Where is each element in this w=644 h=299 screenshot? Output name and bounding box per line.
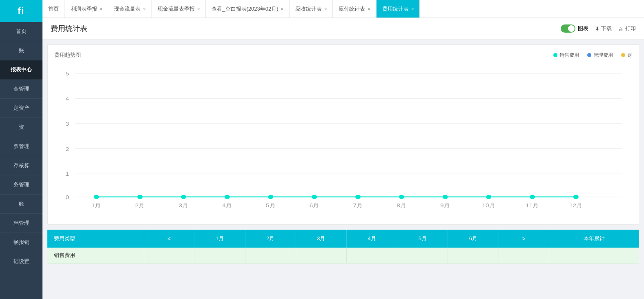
tabs-bar: 首页 利润表季报 × 现金流量表 × 现金流量表季报 × 查看_空白报表(202…: [42, 0, 644, 18]
row-val-2: [245, 248, 296, 264]
sidebar-item-archive[interactable]: 档管理: [0, 214, 42, 233]
sidebar-item-home[interactable]: 首页: [0, 22, 42, 41]
col-ytd: 本年累计: [549, 230, 639, 248]
row-val-ytd: [549, 248, 639, 264]
tab-cashflow-q-close[interactable]: ×: [197, 7, 200, 11]
sidebar-item-fund[interactable]: 金管理: [0, 80, 42, 99]
tab-payable-stat-close[interactable]: ×: [368, 7, 370, 11]
sidebar-item-payable[interactable]: 账: [0, 195, 42, 214]
tab-profit-close[interactable]: ×: [100, 7, 102, 11]
svg-text:2: 2: [65, 146, 69, 152]
svg-point-17: [312, 195, 317, 199]
content-area: 费用统计表 图表 ⬇ 下载 🖨 打印 费用趋势图: [42, 18, 644, 299]
prev-arrow-icon[interactable]: <: [165, 235, 173, 243]
row-val-3: [296, 248, 346, 264]
legend-finance-label: 财: [627, 52, 632, 59]
svg-point-12: [94, 195, 99, 199]
legend-sales-dot: [553, 53, 557, 57]
tab-profit[interactable]: 利润表季报 ×: [65, 0, 108, 18]
tab-payable-stat-label: 应付统计表: [339, 5, 365, 13]
chart-header: 费用趋势图 销售费用 管理费用 财: [54, 51, 632, 59]
sidebar-item-business[interactable]: 务管理: [0, 175, 42, 195]
sidebar-item-account[interactable]: 账: [0, 41, 42, 60]
chart-toggle[interactable]: [561, 24, 575, 33]
svg-text:10月: 10月: [482, 203, 496, 208]
header-actions: 图表 ⬇ 下载 🖨 打印: [561, 24, 636, 33]
svg-point-15: [225, 195, 230, 199]
next-arrow-icon[interactable]: >: [520, 235, 528, 243]
tab-receivable[interactable]: 应收统计表 ×: [290, 0, 333, 18]
legend-sales-label: 销售费用: [559, 52, 579, 59]
legend-admin-label: 管理费用: [593, 52, 613, 59]
sidebar: fi 首页 账 报表中心 金管理 定资产 资 票管理 存核算 务管理 账 档管理…: [0, 0, 42, 299]
sidebar-item-investment[interactable]: 资: [0, 118, 42, 137]
chart-title: 费用趋势图: [54, 51, 81, 59]
download-label: 下载: [601, 25, 612, 32]
svg-text:9月: 9月: [440, 203, 450, 208]
page-header: 费用统计表 图表 ⬇ 下载 🖨 打印: [42, 18, 644, 40]
svg-text:1月: 1月: [91, 203, 101, 208]
tab-cashflow[interactable]: 现金流量表 ×: [108, 0, 152, 18]
svg-text:4月: 4月: [222, 203, 232, 208]
tab-profit-label: 利润表季报: [71, 5, 97, 13]
svg-point-19: [399, 195, 404, 199]
svg-text:11月: 11月: [526, 203, 539, 208]
row-val-nav2: [499, 248, 549, 264]
tab-expense[interactable]: 费用统计表 ×: [377, 0, 420, 18]
svg-text:7月: 7月: [353, 203, 363, 208]
sidebar-item-assets[interactable]: 定资产: [0, 99, 42, 118]
tab-cashflow-label: 现金流量表: [114, 5, 140, 13]
tab-cashflow-close[interactable]: ×: [143, 7, 145, 11]
row-val-4: [346, 248, 397, 264]
col-month2: 2月: [245, 230, 296, 248]
svg-text:3月: 3月: [178, 203, 188, 208]
legend-admin: 管理费用: [587, 52, 613, 59]
chart-section: 费用趋势图 销售费用 管理费用 财: [47, 44, 639, 225]
svg-text:1: 1: [65, 171, 69, 177]
legend-finance: 财: [621, 52, 632, 59]
svg-point-21: [486, 195, 491, 199]
tab-expense-label: 费用统计表: [382, 5, 409, 13]
tab-blank-report-close[interactable]: ×: [281, 7, 283, 11]
svg-text:2月: 2月: [135, 203, 145, 208]
download-button[interactable]: ⬇ 下载: [595, 25, 612, 32]
tab-blank-report[interactable]: 查看_空白报表(2023年02月) ×: [206, 0, 290, 18]
col-month4: 4月: [346, 230, 397, 248]
col-nav-next[interactable]: >: [499, 230, 549, 248]
svg-point-18: [355, 195, 361, 199]
chart-toggle-label: 图表: [578, 25, 588, 32]
tab-home[interactable]: 首页: [42, 0, 65, 18]
page-title: 费用统计表: [51, 24, 87, 33]
tab-cashflow-q[interactable]: 现金流量表季报 ×: [152, 0, 206, 18]
svg-text:4: 4: [65, 96, 69, 102]
legend-sales: 销售费用: [553, 52, 579, 59]
tab-receivable-label: 应收统计表: [295, 5, 322, 13]
col-month6: 6月: [448, 230, 499, 248]
main-area: 首页 利润表季报 × 现金流量表 × 现金流量表季报 × 查看_空白报表(202…: [42, 0, 644, 299]
svg-point-14: [181, 195, 186, 199]
sidebar-item-inventory[interactable]: 存核算: [0, 156, 42, 175]
chart-area: 5 4 3 2 1 0: [54, 63, 632, 218]
sidebar-item-sales[interactable]: 畅报销: [0, 233, 42, 252]
svg-text:5: 5: [65, 71, 69, 76]
table-section: 费用类型 < 1月 2月 3月 4月 5月 6月 > 本年累计: [47, 230, 639, 264]
tab-expense-close[interactable]: ×: [411, 7, 414, 11]
tab-receivable-close[interactable]: ×: [324, 7, 327, 11]
tab-blank-report-label: 查看_空白报表(2023年02月): [212, 5, 278, 13]
tab-cashflow-q-label: 现金流量表季报: [158, 5, 195, 13]
col-month3: 3月: [296, 230, 346, 248]
sidebar-item-tickets[interactable]: 票管理: [0, 137, 42, 156]
col-nav-prev[interactable]: <: [144, 230, 194, 248]
tab-home-label: 首页: [48, 5, 59, 13]
svg-point-16: [268, 195, 274, 199]
print-icon: 🖨: [618, 26, 624, 32]
col-type: 费用类型: [47, 230, 144, 248]
svg-text:8月: 8月: [397, 203, 406, 208]
chart-toggle-wrap: 图表: [561, 24, 588, 33]
print-button[interactable]: 🖨 打印: [618, 25, 636, 32]
sidebar-item-reports[interactable]: 报表中心: [0, 60, 42, 80]
sidebar-item-settings[interactable]: 础设置: [0, 252, 42, 271]
svg-text:0: 0: [65, 194, 69, 200]
table-row: 销售费用: [47, 248, 639, 264]
tab-payable-stat[interactable]: 应付统计表 ×: [333, 0, 376, 18]
